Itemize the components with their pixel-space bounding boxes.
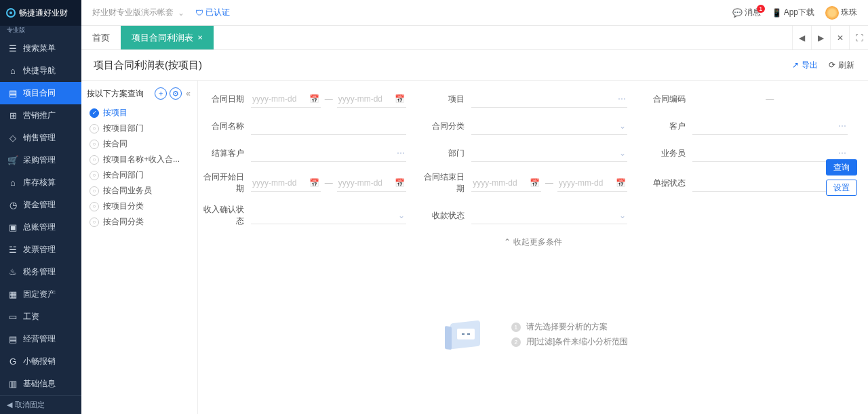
user-menu[interactable]: 珠珠 <box>825 6 857 20</box>
nav-label: 项目合同 <box>23 87 56 99</box>
scheme-item-0[interactable]: ✓按项目 <box>87 105 192 121</box>
scheme-item-7[interactable]: ○按合同分类 <box>87 214 192 230</box>
calendar-icon: 📅 <box>395 94 405 104</box>
contract-date-from[interactable]: yyyy-mm-dd📅 <box>251 90 321 108</box>
nav-item-9[interactable]: ☱发票管理 <box>0 239 81 261</box>
shield-icon: 🛡 <box>195 8 203 18</box>
end-date-from[interactable]: yyyy-mm-dd📅 <box>471 174 541 192</box>
scheme-icon: ✓ <box>90 108 99 118</box>
nav: ☰搜索菜单⌂快捷导航▤项目合同⊞营销推广◇销售管理🛒采购管理⌂库存核算◷资金管理… <box>0 37 81 395</box>
scheme-header: 按以下方案查询 <box>87 88 144 100</box>
nav-item-13[interactable]: ▤经营管理 <box>0 328 81 350</box>
scheme-icon: ○ <box>90 155 99 165</box>
tab-1[interactable]: 项目合同利润表✕ <box>121 26 214 49</box>
nav-icon: ▤ <box>8 89 18 98</box>
nav-label: 库存核算 <box>23 177 56 188</box>
nav-item-3[interactable]: ⊞营销推广 <box>0 104 81 127</box>
nav-label: 采购管理 <box>23 154 56 166</box>
nav-item-1[interactable]: ⌂快捷导航 <box>0 60 81 82</box>
nav-item-4[interactable]: ◇销售管理 <box>0 127 81 149</box>
start-date-to[interactable]: yyyy-mm-dd📅 <box>337 174 407 192</box>
tab-prev[interactable]: ◀ <box>792 26 811 49</box>
unpin-sidebar[interactable]: ◀ 取消固定 <box>0 395 81 414</box>
nav-item-14[interactable]: G小畅报销 <box>0 350 81 373</box>
tab-next[interactable]: ▶ <box>811 26 830 49</box>
nav-label: 工资 <box>23 311 39 323</box>
tab-0[interactable]: 首页 <box>81 26 121 49</box>
scheme-item-6[interactable]: ○按项目分类 <box>87 199 192 214</box>
collapse-schemes[interactable]: « <box>184 89 192 98</box>
nav-item-15[interactable]: ▥基础信息 <box>0 373 81 395</box>
scheme-item-2[interactable]: ○按合同 <box>87 136 192 152</box>
page-title: 项目合同利润表(按项目) <box>94 59 202 72</box>
add-scheme-button[interactable]: + <box>155 87 167 100</box>
nav-item-8[interactable]: ▣总账管理 <box>0 216 81 239</box>
settings-button[interactable]: 设置 <box>826 180 857 196</box>
close-icon[interactable]: ✕ <box>197 34 203 41</box>
tab-close-all[interactable]: ✕ <box>830 26 849 49</box>
contract-date-to[interactable]: yyyy-mm-dd📅 <box>337 90 407 108</box>
salesman-input[interactable]: ⋯ <box>692 144 848 162</box>
lbl-salesman: 业务员 <box>639 148 692 159</box>
nav-icon: ☰ <box>8 44 18 54</box>
scheme-icon: ○ <box>90 218 99 227</box>
lbl-project: 项目 <box>418 94 471 105</box>
nav-item-0[interactable]: ☰搜索菜单 <box>0 37 81 60</box>
verified-badge: 🛡 已认证 <box>195 7 230 18</box>
chat-icon: 💬 <box>732 8 743 18</box>
brand-name: 畅捷通好业财 <box>19 7 68 19</box>
refresh-button[interactable]: ⟳ 刷新 <box>829 60 854 71</box>
phone-icon: 📱 <box>772 8 782 18</box>
nav-item-12[interactable]: ▭工资 <box>0 306 81 328</box>
scheme-item-4[interactable]: ○按合同部门 <box>87 167 192 183</box>
lbl-contract-name: 合同名称 <box>198 121 251 132</box>
main: 好业财专业版演示帐套 ⌄ 🛡 已认证 💬 消息 1 📱 App下载 珠珠 <box>81 0 868 414</box>
refresh-icon: ⟳ <box>829 60 835 70</box>
svg-point-1 <box>9 12 12 14</box>
more-icon: ⋯ <box>838 121 846 131</box>
customer-input[interactable]: ⋯ <box>692 117 848 135</box>
nav-label: 销售管理 <box>23 132 56 144</box>
collapse-filters[interactable]: ⌃ 收起更多条件 <box>198 231 868 255</box>
tabs-bar: 首页项目合同利润表✕ ◀ ▶ ✕ ⛶ <box>81 26 868 50</box>
lbl-dept: 部门 <box>418 148 471 159</box>
messages-link[interactable]: 💬 消息 1 <box>732 7 761 18</box>
env-selector[interactable]: 好业财专业版演示帐套 ⌄ <box>92 7 184 18</box>
scheme-item-5[interactable]: ○按合同业务员 <box>87 183 192 199</box>
app-download-link[interactable]: 📱 App下载 <box>772 7 814 18</box>
nav-icon: ▣ <box>8 223 18 232</box>
nav-icon: 🛒 <box>8 156 18 165</box>
dept-select[interactable]: ⌄ <box>471 144 627 162</box>
nav-item-5[interactable]: 🛒采购管理 <box>0 149 81 171</box>
nav-label: 发票管理 <box>23 244 56 255</box>
scheme-item-1[interactable]: ○按项目部门 <box>87 121 192 136</box>
nav-icon: ▦ <box>8 290 18 299</box>
start-date-from[interactable]: yyyy-mm-dd📅 <box>251 174 321 192</box>
nav-item-2[interactable]: ▤项目合同 <box>0 82 81 104</box>
nav-item-11[interactable]: ▦固定资产 <box>0 283 81 306</box>
nav-label: 总账管理 <box>23 222 56 233</box>
query-button[interactable]: 查询 <box>826 159 857 175</box>
export-button[interactable]: ↗ 导出 <box>792 60 818 71</box>
scheme-item-3[interactable]: ○按项目名称+收入合... <box>87 152 192 167</box>
bill-status-select[interactable]: ⌄ <box>692 174 848 192</box>
contract-class-select[interactable]: ⌄ <box>471 117 627 135</box>
scheme-icon: ○ <box>90 171 99 180</box>
income-status-select[interactable]: ⌄ <box>251 207 406 224</box>
end-date-to[interactable]: yyyy-mm-dd📅 <box>557 174 627 192</box>
lbl-bill-status: 单据状态 <box>639 178 692 189</box>
scheme-settings-button[interactable]: ⚙ <box>170 87 182 100</box>
contract-name-input[interactable] <box>251 117 406 135</box>
nav-item-7[interactable]: ◷资金管理 <box>0 194 81 216</box>
project-input[interactable]: ⋯ <box>471 90 627 108</box>
lbl-contract-class: 合同分类 <box>418 121 471 132</box>
settle-customer-input[interactable]: ⋯ <box>251 144 406 162</box>
chevron-down-icon: ⌄ <box>619 148 626 158</box>
nav-item-6[interactable]: ⌂库存核算 <box>0 171 81 194</box>
receipt-status-select[interactable]: ⌄ <box>471 207 627 224</box>
nav-item-10[interactable]: ♨税务管理 <box>0 261 81 283</box>
scheme-icon: ○ <box>90 124 99 133</box>
fullscreen[interactable]: ⛶ <box>849 26 868 49</box>
nav-icon: ◷ <box>8 201 18 210</box>
page-header: 项目合同利润表(按项目) ↗ 导出 ⟳ 刷新 <box>81 50 868 80</box>
